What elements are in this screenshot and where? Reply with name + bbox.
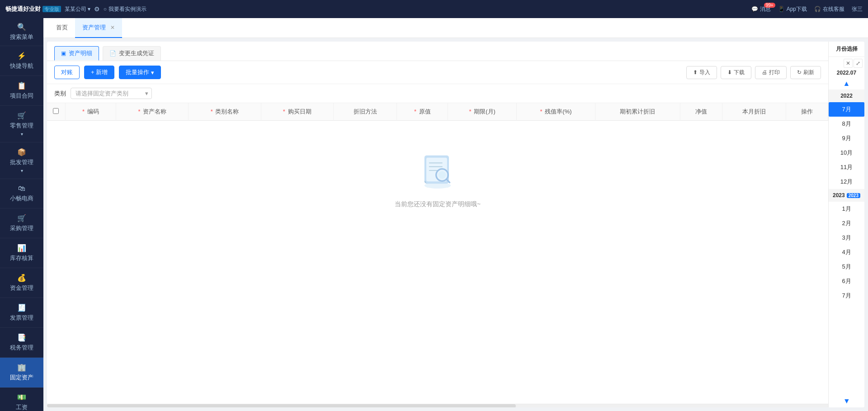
- th-original-value: * 原值: [397, 103, 448, 121]
- month-item-2023-03[interactable]: 3月: [829, 231, 864, 245]
- month-item-2022-09[interactable]: 9月: [829, 131, 864, 146]
- match-button[interactable]: 对账: [54, 66, 80, 79]
- month-item-2022-07[interactable]: 7月: [829, 102, 864, 117]
- sidebar-item-wholesale[interactable]: 📦 批发管理 ▾: [0, 142, 43, 179]
- sub-tabs: ▣ 资产明细 📄 变更生成凭证: [47, 42, 828, 61]
- message-button[interactable]: 💬 消息 99+: [751, 5, 771, 13]
- category-select-wrapper[interactable]: 请选择固定资产类别: [71, 88, 152, 99]
- import-button[interactable]: ⬆ 导入: [686, 66, 717, 79]
- toolbar: 对账 + 新增 批量操作 ▾ ⬆ 导入 ⬇ 下载: [47, 61, 828, 84]
- close-panel-button[interactable]: ✕: [844, 59, 853, 68]
- message-badge: 99+: [764, 3, 775, 8]
- sidebar-item-purchase[interactable]: 🛒 采购管理: [0, 208, 43, 238]
- year-badge-2023: 2023: [847, 193, 860, 198]
- tab-asset-mgmt[interactable]: 资产管理 ✕: [75, 18, 122, 38]
- sidebar-item-ecommerce[interactable]: 🛍 小畅电商: [0, 179, 43, 208]
- sidebar-item-label: 项目合同: [10, 92, 33, 100]
- user-info[interactable]: 张三: [852, 5, 863, 13]
- tab-bar: 首页 资产管理 ✕: [43, 18, 868, 38]
- sidebar-item-search[interactable]: 🔍 搜索菜单: [0, 18, 43, 46]
- tab-close-icon[interactable]: ✕: [110, 24, 115, 31]
- month-item-2023-04[interactable]: 4月: [829, 245, 864, 260]
- th-net-value: 净值: [680, 103, 722, 121]
- sidebar-item-invoice[interactable]: 🧾 发票管理: [0, 298, 43, 328]
- import-icon: ⬆: [693, 69, 698, 76]
- year-label-2023: 2023 2023: [829, 189, 864, 202]
- th-depreciation-method: 折旧方法: [333, 103, 397, 121]
- sidebar-item-quick-nav[interactable]: ⚡ 快捷导航: [0, 46, 43, 76]
- th-purchase-date: * 购买日期: [261, 103, 333, 121]
- print-icon: 🖨: [762, 69, 767, 76]
- sidebar-item-fixed-assets[interactable]: 🏢 固定资产: [0, 358, 43, 387]
- demo-link[interactable]: ○ 我要看实例演示: [104, 5, 146, 13]
- month-up-button[interactable]: ▲: [841, 80, 852, 88]
- select-all-checkbox[interactable]: [53, 108, 59, 114]
- month-item-2023-06[interactable]: 6月: [829, 274, 864, 288]
- sidebar-item-inventory[interactable]: 📊 库存核算: [0, 238, 43, 268]
- empty-illustration: [415, 148, 460, 193]
- sidebar-item-salary[interactable]: 💵 工资: [0, 387, 43, 411]
- th-action: 操作: [786, 103, 828, 121]
- add-button[interactable]: + 新增: [84, 66, 114, 79]
- online-service-button[interactable]: 🎧 在线客服: [814, 5, 844, 13]
- month-item-2023-07[interactable]: 7月: [829, 288, 864, 303]
- sidebar-item-retail[interactable]: 🛒 零售管理 ▾: [0, 106, 43, 142]
- company-name: 某某公司: [65, 5, 86, 13]
- ecommerce-icon: 🛍: [18, 184, 25, 193]
- month-item-2022-10[interactable]: 10月: [829, 146, 864, 160]
- sidebar-item-finance[interactable]: 💰 资金管理: [0, 268, 43, 298]
- sidebar-item-label: 批发管理: [10, 158, 33, 166]
- th-monthly-label: 本月折旧: [742, 108, 766, 115]
- th-period: * 期限(月): [448, 103, 517, 121]
- month-item-2022-11[interactable]: 11月: [829, 160, 864, 175]
- inventory-icon: 📊: [17, 244, 26, 252]
- main-layout: 🔍 搜索菜单 ⚡ 快捷导航 📋 项目合同 🛒 零售管理 ▾ 📦 批发管理 ▾ 🛍…: [0, 18, 868, 411]
- company-dropdown[interactable]: 某某公司 ▾: [65, 5, 90, 13]
- sidebar-item-tax[interactable]: 📑 税务管理: [0, 328, 43, 358]
- month-item-2023-01[interactable]: 1月: [829, 202, 864, 216]
- panel-controls: ✕ ⤢: [829, 57, 864, 68]
- headset-icon: 🎧: [814, 6, 821, 12]
- sidebar-item-label: 固定资产: [10, 373, 33, 382]
- app-download-label: App下载: [787, 5, 807, 13]
- month-item-2022-12[interactable]: 12月: [829, 175, 864, 189]
- active-month-text: 2022.07: [837, 70, 856, 76]
- active-month-display: 2022.07: [829, 68, 864, 78]
- app-download-button[interactable]: 📱 App下载: [778, 5, 807, 13]
- sub-tab-change-voucher[interactable]: 📄 变更生成凭证: [103, 46, 161, 61]
- month-item-2022-08[interactable]: 8月: [829, 117, 864, 131]
- sidebar-item-project[interactable]: 📋 项目合同: [0, 76, 43, 106]
- table-wrapper: * 编码 * 资产名称 * 类别名称: [47, 103, 828, 404]
- horizontal-scrollbar[interactable]: [47, 404, 828, 407]
- toolbar-right: ⬆ 导入 ⬇ 下载 🖨 打印 ↻ 刷新: [686, 66, 821, 79]
- sub-tab-asset-detail[interactable]: ▣ 资产明细: [54, 46, 99, 61]
- print-button[interactable]: 🖨 打印: [755, 66, 787, 79]
- month-item-2023-05[interactable]: 5月: [829, 260, 864, 274]
- filter-label: 类别: [54, 90, 66, 98]
- th-depreciation-label: 折旧方法: [354, 108, 377, 115]
- sidebar-item-label: 税务管理: [10, 344, 33, 352]
- month-panel: 月份选择 ✕ ⤢ 2022.07 ▲ 2022: [828, 42, 864, 407]
- page-content: ▣ 资产明细 📄 变更生成凭证 对账 + 新增 批量操作 ▾: [47, 42, 864, 407]
- sidebar-item-label: 快捷导航: [10, 62, 33, 70]
- sidebar-item-label: 零售管理: [10, 122, 33, 130]
- th-period-label: 期限(月): [474, 108, 495, 115]
- batch-button[interactable]: 批量操作 ▾: [119, 66, 161, 79]
- category-select[interactable]: 请选择固定资产类别: [71, 88, 152, 99]
- quick-nav-icon: ⚡: [17, 52, 26, 60]
- sub-tab-label: 变更生成凭证: [119, 49, 154, 57]
- settings-button[interactable]: ⚙: [94, 5, 100, 13]
- download-button[interactable]: ⬇ 下载: [721, 66, 751, 79]
- tax-icon: 📑: [17, 333, 26, 342]
- tab-home[interactable]: 首页: [49, 18, 75, 38]
- expand-panel-button[interactable]: ⤢: [854, 59, 863, 68]
- refresh-button[interactable]: ↻ 刷新: [790, 66, 821, 79]
- th-net-value-label: 净值: [695, 108, 707, 115]
- th-residual-rate-label: 残值率(%): [545, 108, 571, 115]
- month-down-button[interactable]: ▲: [841, 397, 852, 406]
- th-action-label: 操作: [801, 108, 813, 115]
- month-item-2023-02[interactable]: 2月: [829, 216, 864, 231]
- table-header-row: * 编码 * 资产名称 * 类别名称: [47, 103, 828, 121]
- download-icon: ⬇: [727, 69, 732, 76]
- th-monthly-depreciation: 本月折旧: [722, 103, 786, 121]
